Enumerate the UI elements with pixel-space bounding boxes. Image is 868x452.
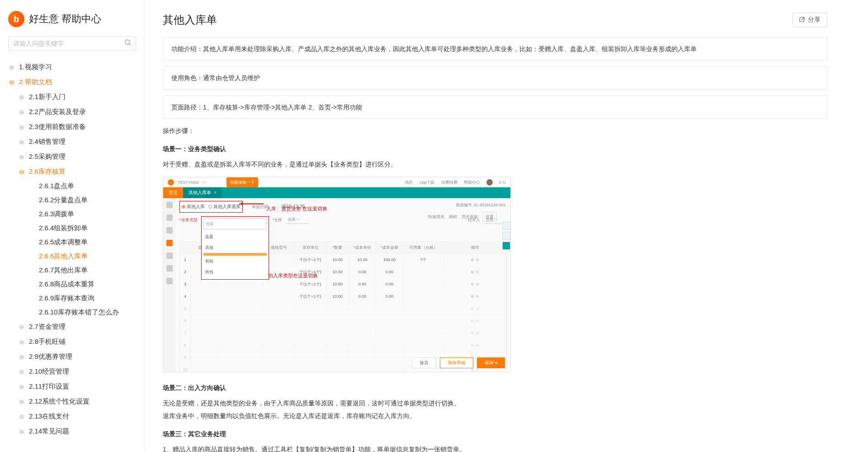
table-row[interactable]: 8⊕ ⊖ xyxy=(180,339,506,352)
table-row[interactable]: 4个(1个=1个)10.000.000.00⊕ ⊖ xyxy=(180,290,506,303)
ss-wh-value[interactable]: 仓库一 xyxy=(286,215,309,224)
ss-side-icon[interactable] xyxy=(166,202,173,208)
info-text: 1、库存核算->库存管理->其他入库单 2、首页->常用功能 xyxy=(203,104,362,111)
sidebar: b 好生意 帮助中心 1.视频学习 2.帮助文档 2.1新手入门2.2产品 xyxy=(0,0,145,452)
ss-save-button[interactable]: 保存 ▾ xyxy=(477,357,505,368)
nav-label: 2.9优惠券管理 xyxy=(29,352,72,361)
ss-avatar-icon[interactable] xyxy=(486,179,493,186)
ss-drop-option[interactable]: 其他 xyxy=(203,242,267,253)
ss-th: *成本单价 xyxy=(349,242,376,253)
nav-item[interactable]: 2.2产品安装及登录 xyxy=(18,105,136,119)
ss-annotation: 入库、退货业务 在这里切换 xyxy=(266,204,327,214)
ss-radio-in[interactable]: 其他入库 xyxy=(182,202,205,211)
brand-title: 好生意 帮助中心 xyxy=(29,12,101,26)
ss-drop-option[interactable]: 拆包 xyxy=(203,266,267,277)
table-row[interactable]: 6⊕ ⊖ xyxy=(180,315,506,327)
nav-item[interactable]: 2.1新手入门 xyxy=(18,90,136,105)
ss-strip-icon[interactable] xyxy=(502,222,510,230)
ss-side-icon[interactable] xyxy=(166,240,173,246)
ss-right-strip xyxy=(502,222,510,250)
expand-icon xyxy=(18,383,25,390)
ss-side-icon[interactable] xyxy=(166,252,173,259)
nav-leaf[interactable]: 2.6.7其他出库单 xyxy=(28,263,136,277)
nav-leaf[interactable]: 2.6.8商品成本重算 xyxy=(28,277,136,291)
search-wrap xyxy=(8,36,136,51)
brand-logo: b xyxy=(8,11,24,27)
ss-link[interactable]: App下载 xyxy=(419,178,434,186)
nav-item[interactable]: 2.12系统个性化设置 xyxy=(18,394,136,409)
ss-th: 操作 xyxy=(444,242,506,253)
ss-tab-active[interactable]: 其他入库单 × xyxy=(183,187,222,198)
nav-item[interactable]: 2.11打印设置 xyxy=(18,379,136,394)
nav-item[interactable]: 2.13在线支付 xyxy=(18,409,136,424)
nav-label: 2.6库存核算 xyxy=(29,167,66,176)
info-role: 使用角色：通常由仓管人员维护 xyxy=(163,66,827,90)
ss-tool-link[interactable]: 快速填充 xyxy=(428,213,444,221)
page-title: 其他入库单 xyxy=(163,13,217,27)
expand-icon xyxy=(18,109,25,116)
nav-label: 2.3使用前数据准备 xyxy=(29,123,86,131)
nav-item[interactable]: 2.9优惠券管理 xyxy=(18,349,136,364)
nav-leaf[interactable]: 2.6.2分量盘点单 xyxy=(28,193,136,207)
ss-newbie-button[interactable]: 我要体验一下 xyxy=(226,177,258,187)
nav-label: 2.11打印设置 xyxy=(29,382,69,391)
ss-drop-search[interactable]: 搜索 xyxy=(203,219,267,229)
ss-tool-link[interactable]: 设置 xyxy=(482,212,497,222)
nav-leaf[interactable]: 2.6.9库存账本查询 xyxy=(28,291,136,305)
scene1-title: 场景一：业务类型确认 xyxy=(163,143,827,155)
nav-leaf[interactable]: 2.6.3调拨单 xyxy=(28,207,136,221)
ss-draft-button[interactable]: 保存草稿 xyxy=(440,357,473,368)
content-body: 操作步骤： 场景一：业务类型确认 对于受赠、盘盈或是拆装入库等不同的业务，是通过… xyxy=(163,124,827,452)
info-label: 功能介绍： xyxy=(171,45,203,52)
ss-side-icon[interactable] xyxy=(166,265,173,271)
nav-leaf[interactable]: 2.6.6其他入库单 xyxy=(28,249,136,263)
ss-save-label: 保存 xyxy=(485,360,494,365)
nav-leaf[interactable]: 2.6.5成本调整单 xyxy=(28,235,136,249)
ss-tool-link[interactable]: 历史单据 xyxy=(462,213,478,221)
table-row[interactable]: 5⊕ ⊖ xyxy=(180,303,506,315)
nav-item[interactable]: 2.5采购管理 xyxy=(18,149,136,164)
ss-drop-option[interactable]: 初始 xyxy=(203,256,267,266)
ss-link[interactable]: 续费续费 xyxy=(441,178,458,186)
search-input[interactable] xyxy=(8,36,136,51)
nav-label: 2.4销售管理 xyxy=(29,138,66,146)
nav-item-inventory[interactable]: 2.6库存核算 xyxy=(18,164,136,179)
nav-item[interactable]: 2.4销售管理 xyxy=(18,134,136,149)
nav-leaf[interactable]: 2.6.4组装拆卸单 xyxy=(28,221,136,235)
nav-item[interactable]: 2.10经营管理 xyxy=(18,364,136,379)
table-row[interactable]: 3个(1个=1个)10.000.000.00⊕ ⊖ xyxy=(180,278,506,290)
nav-leaf[interactable]: 2.6.10库存账本错了怎么办 xyxy=(28,305,136,319)
close-icon[interactable]: × xyxy=(214,188,217,197)
info-text: 通常由仓管人员维护 xyxy=(203,74,260,81)
nav-item[interactable]: 2.3使用前数据准备 xyxy=(18,119,136,134)
nav-label: 2.帮助文档 xyxy=(19,78,52,86)
ss-link[interactable]: 帮助中心 xyxy=(464,178,480,186)
table-row[interactable]: 7⊕ ⊖ xyxy=(180,327,506,339)
ss-tool-link[interactable]: 插销 xyxy=(449,213,457,221)
nav-item[interactable]: 2.7资金管理 xyxy=(18,319,136,334)
nav-label: 2.13在线支付 xyxy=(29,412,69,421)
nav-item[interactable]: 2.14常见问题 xyxy=(18,424,136,439)
nav-label: 1.视频学习 xyxy=(19,63,52,71)
share-button[interactable]: 分享 xyxy=(792,13,827,27)
ss-strip-icon[interactable] xyxy=(502,242,510,250)
expand-icon xyxy=(18,153,25,161)
nav-item-video[interactable]: 1.视频学习 xyxy=(8,60,136,75)
ss-th xyxy=(180,242,191,253)
ss-discard-button[interactable]: 放弃 xyxy=(412,357,436,368)
ss-drop-option[interactable]: 盘盈 xyxy=(203,231,267,242)
ss-strip-icon[interactable] xyxy=(502,232,510,240)
ss-tab-home[interactable]: 首页 xyxy=(163,187,183,198)
nav-leaf[interactable]: 2.6.1盘点单 xyxy=(28,179,136,193)
ss-side-icon[interactable] xyxy=(166,214,173,221)
search-icon[interactable] xyxy=(124,39,132,48)
nav-item[interactable]: 2.8手机旺铺 xyxy=(18,334,136,349)
nav-item-docs[interactable]: 2.帮助文档 xyxy=(8,75,136,90)
main-content: 其他入库单 分享 功能介绍：其他入库单用来处理除采购入库、产成品入库之外的其他入… xyxy=(145,0,868,452)
ss-side-icon[interactable] xyxy=(166,278,173,284)
expand-icon xyxy=(18,324,25,331)
ss-radio-ret[interactable]: 其他入库退库 xyxy=(208,202,241,211)
ss-link[interactable]: 消息 xyxy=(405,178,413,186)
ss-side-icon[interactable] xyxy=(166,227,173,233)
ss-th: *成本金额 xyxy=(376,242,403,253)
